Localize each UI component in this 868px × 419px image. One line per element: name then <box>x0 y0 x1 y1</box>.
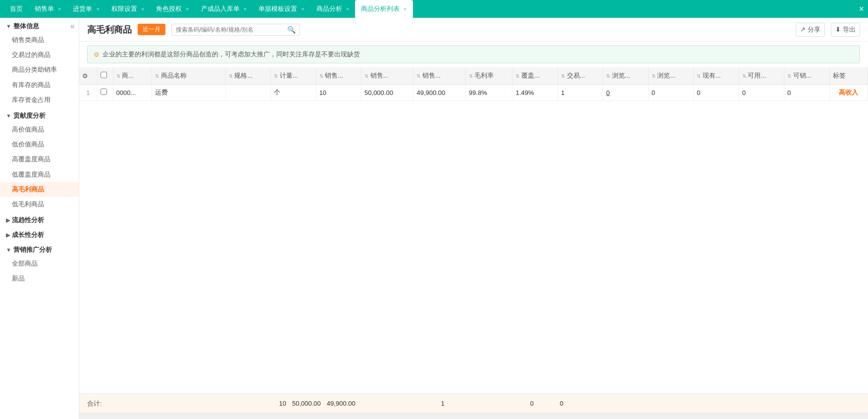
col-sales-amount[interactable]: ⇅ 销售... <box>361 67 413 85</box>
nav-purchase[interactable]: 进货单 × <box>67 0 105 18</box>
footer-sales-amount: 50,000.00 <box>289 400 324 407</box>
sidebar-item-high-margin[interactable]: 高毛利商品 <box>0 182 79 197</box>
top-navigation: 首页 销售单 × 进货单 × 权限设置 × 角色授权 × 产成品入库单 × 单据… <box>0 0 868 18</box>
nav-product-warehousing[interactable]: 产成品入库单 × <box>195 0 253 18</box>
cell-sales-qty: 10 <box>316 85 361 101</box>
search-icon[interactable]: 🔍 <box>287 26 296 34</box>
sort-icon-browse2: ⇅ <box>652 73 656 79</box>
sidebar: « ▼ 整体信息 销售类商品 交易过的商品 商品分类助销率 有库存的商品 库存资… <box>0 18 79 419</box>
cell-code: 0000... <box>113 85 152 101</box>
col-settings[interactable]: ⚙ <box>79 67 97 85</box>
row-num: 1 <box>79 85 97 101</box>
table-wrapper[interactable]: ⚙ ⇅ 商... ⇅ 商品名称 <box>79 67 868 393</box>
horizontal-scrollbar[interactable] <box>79 413 868 419</box>
col-sellable[interactable]: ⇅ 可销... <box>784 67 829 85</box>
footer-trade: 1 <box>418 400 448 407</box>
sort-icon-sellable: ⇅ <box>787 73 791 79</box>
col-sales-profit[interactable]: ⇅ 销售... <box>413 67 465 85</box>
row-checkbox[interactable] <box>97 85 113 101</box>
sidebar-group-growth[interactable]: ▶ 成长性分析 <box>0 227 79 241</box>
sidebar-group-overview[interactable]: ▼ 整体信息 <box>0 18 79 33</box>
nav-product-analysis-close[interactable]: × <box>346 0 349 18</box>
nav-purchase-close[interactable]: × <box>96 0 99 18</box>
nav-product-warehousing-close[interactable]: × <box>244 0 247 18</box>
cell-coverage: 1.49% <box>512 85 558 101</box>
cell-sellable: 0 <box>784 85 829 101</box>
row-select-checkbox[interactable] <box>101 89 107 95</box>
sort-icon-name: ⇅ <box>155 73 159 79</box>
sidebar-item-sales-goods[interactable]: 销售类商品 <box>0 33 79 47</box>
nav-template-settings[interactable]: 单据模板设置 × <box>253 0 310 18</box>
sidebar-item-low-value[interactable]: 低价值商品 <box>0 137 79 152</box>
col-code[interactable]: ⇅ 商... <box>113 67 152 85</box>
footer-sales-qty: 10 <box>259 400 289 407</box>
nav-role[interactable]: 角色授权 × <box>150 0 195 18</box>
sort-icon-coverage: ⇅ <box>515 73 519 79</box>
col-browse2[interactable]: ⇅ 浏览... <box>648 67 693 85</box>
search-input[interactable] <box>176 26 284 33</box>
cell-sales-profit: 49,900.00 <box>413 85 465 101</box>
sort-icon-unit: ⇅ <box>274 73 278 79</box>
nav-home[interactable]: 首页 <box>4 0 29 18</box>
col-checkbox[interactable] <box>97 67 113 85</box>
cell-browse1[interactable]: 0 <box>603 85 648 101</box>
nav-permission-close[interactable]: × <box>141 0 144 18</box>
sidebar-item-category-rate[interactable]: 商品分类助销率 <box>0 62 79 77</box>
nav-product-analysis[interactable]: 商品分析 × <box>310 0 355 18</box>
col-name[interactable]: ⇅ 商品名称 <box>152 67 225 85</box>
sidebar-item-low-coverage[interactable]: 低覆盖度商品 <box>0 167 79 182</box>
nav-sales-close[interactable]: × <box>58 0 61 18</box>
cell-available1: 0 <box>694 85 739 101</box>
search-box[interactable]: 🔍 <box>171 24 300 36</box>
sidebar-item-traded-goods[interactable]: 交易过的商品 <box>0 47 79 62</box>
footer-spacer <box>111 400 259 407</box>
nav-product-analysis-list-close[interactable]: × <box>404 0 407 18</box>
col-unit[interactable]: ⇅ 计量... <box>271 67 316 85</box>
sidebar-item-high-value[interactable]: 高价值商品 <box>0 122 79 137</box>
sort-icon-browse1: ⇅ <box>606 73 610 79</box>
sidebar-item-stocked-goods[interactable]: 有库存的商品 <box>0 78 79 93</box>
col-browse1[interactable]: ⇅ 浏览... <box>603 67 648 85</box>
sidebar-item-all-goods[interactable]: 全部商品 <box>0 256 79 271</box>
export-btn[interactable]: ⬇ 导出 <box>831 23 860 37</box>
cell-name: 运费 <box>152 85 225 101</box>
col-available1[interactable]: ⇅ 现有... <box>694 67 739 85</box>
col-spec[interactable]: ⇅ 规格... <box>225 67 270 85</box>
cell-tag: 高收入 <box>829 85 868 101</box>
nav-role-close[interactable]: × <box>186 0 189 18</box>
nav-permission[interactable]: 权限设置 × <box>105 0 150 18</box>
sidebar-item-low-margin[interactable]: 低毛利商品 <box>0 197 79 212</box>
nav-close-all[interactable]: × <box>859 4 864 14</box>
col-coverage[interactable]: ⇅ 覆盖... <box>512 67 558 85</box>
sidebar-group-contribution[interactable]: ▼ 贡献度分析 <box>0 107 79 122</box>
sidebar-item-new-goods[interactable]: 新品 <box>0 271 79 286</box>
sort-icon-available1: ⇅ <box>697 73 701 79</box>
sidebar-item-high-coverage[interactable]: 高覆盖度商品 <box>0 152 79 167</box>
col-trade[interactable]: ⇅ 交易... <box>558 67 603 85</box>
cell-browse2: 0 <box>648 85 693 101</box>
sidebar-item-stock-capital[interactable]: 库存资金占用 <box>0 93 79 107</box>
sort-icon-sales-qty: ⇅ <box>319 73 323 79</box>
select-all-checkbox[interactable] <box>101 72 107 78</box>
sidebar-group-marketing[interactable]: ▼ 营销推广分析 <box>0 241 79 256</box>
nav-template-close[interactable]: × <box>301 0 304 18</box>
filter-btn-recent-month[interactable]: 近一月 <box>138 24 165 35</box>
col-tag[interactable]: 标签 <box>829 67 868 85</box>
col-sales-qty[interactable]: ⇅ 销售... <box>316 67 361 85</box>
sort-icon-trade: ⇅ <box>561 73 565 79</box>
table-header-row: ⚙ ⇅ 商... ⇅ 商品名称 <box>79 67 868 85</box>
settings-icon: ⚙ <box>82 72 88 80</box>
footer-spacer3 <box>448 400 507 407</box>
share-btn[interactable]: ↗ 分享 <box>796 23 825 37</box>
sidebar-group-trend[interactable]: ▶ 流趋性分析 <box>0 212 79 227</box>
table-footer: 合计: 10 50,000.00 49,900.00 1 0 0 <box>79 393 868 413</box>
nav-product-analysis-list[interactable]: 商品分析列表 × <box>355 0 412 18</box>
export-icon: ⬇ <box>835 26 841 33</box>
nav-sales[interactable]: 销售单 × <box>29 0 67 18</box>
col-gross-margin[interactable]: ⇅ 毛利率 <box>465 67 512 85</box>
sort-icon-spec: ⇅ <box>229 73 233 79</box>
cell-unit: 个 <box>271 85 316 101</box>
sort-icon-available2: ⇅ <box>742 73 746 79</box>
col-available2[interactable]: ⇅ 可用... <box>739 67 784 85</box>
sidebar-collapse-btn[interactable]: « <box>70 22 75 31</box>
